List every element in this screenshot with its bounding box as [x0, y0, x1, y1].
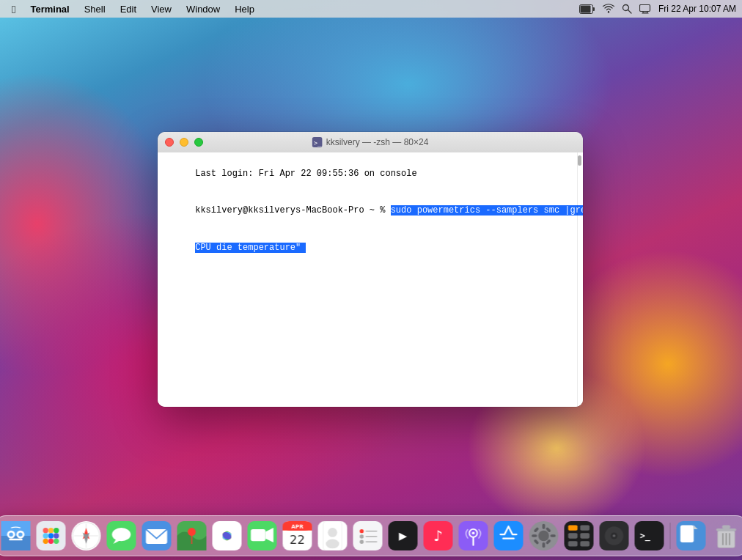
svg-text:>_: >_ [314, 139, 322, 147]
battery-icon[interactable] [579, 4, 595, 14]
svg-point-25 [54, 533, 59, 538]
svg-rect-18 [9, 539, 22, 541]
maximize-button[interactable] [194, 138, 203, 147]
dock-facetime[interactable] [246, 520, 279, 552]
svg-line-5 [628, 10, 631, 14]
scrollbar-track [577, 152, 583, 407]
svg-point-21 [48, 528, 54, 533]
svg-rect-82 [543, 542, 546, 548]
svg-point-66 [360, 534, 364, 538]
dock-calendar[interactable]: APR 22 [282, 520, 314, 552]
svg-rect-110 [722, 525, 730, 528]
svg-rect-91 [580, 525, 589, 530]
terminal-title-text: kksilvery — -zsh — 80×24 [326, 137, 429, 147]
dock-calculator[interactable] [563, 520, 595, 552]
svg-point-68 [360, 539, 364, 543]
svg-point-76 [472, 532, 475, 535]
svg-rect-84 [551, 534, 556, 537]
svg-rect-6 [639, 4, 650, 11]
menu-window[interactable]: Window [180, 2, 226, 16]
svg-rect-12 [1, 536, 31, 550]
svg-point-20 [43, 528, 48, 533]
dock-mail[interactable] [141, 520, 173, 552]
svg-point-23 [43, 533, 48, 538]
dock-trash[interactable] [710, 520, 743, 552]
dock: APR 22 ▶ ♪ [0, 515, 742, 556]
svg-point-24 [48, 533, 54, 538]
svg-point-3 [608, 11, 609, 12]
dock-appletv[interactable]: ▶ [387, 520, 419, 552]
dock-maps[interactable] [176, 520, 208, 552]
screen-mirror-icon[interactable] [639, 4, 651, 14]
svg-rect-95 [580, 541, 589, 546]
terminal-line-1: Last login: Fri Apr 22 09:55:36 on conso… [164, 155, 577, 192]
svg-point-64 [360, 529, 364, 533]
svg-point-27 [48, 539, 54, 544]
svg-point-99 [613, 534, 616, 537]
svg-rect-78 [494, 521, 524, 550]
dock-podcasts[interactable] [458, 520, 490, 552]
terminal-title: >_ kksilvery — -zsh — 80×24 [312, 137, 429, 147]
menu-shell[interactable]: Shell [78, 2, 111, 16]
svg-rect-1 [592, 7, 595, 11]
apple-menu[interactable]:  [6, 1, 21, 17]
svg-rect-109 [716, 528, 736, 531]
dock-launchpad[interactable] [35, 520, 67, 552]
dock-downloads[interactable] [675, 520, 708, 552]
dock-appstore[interactable] [493, 520, 525, 552]
datetime[interactable]: Fri 22 Apr 10:07 AM [658, 4, 736, 14]
menu-view[interactable]: View [145, 2, 177, 16]
terminal-window: >_ kksilvery — -zsh — 80×24 Last login: … [158, 132, 583, 407]
terminal-body[interactable]: Last login: Fri Apr 22 09:55:36 on conso… [158, 152, 583, 407]
menubar:  Terminal Shell Edit View Window Help [0, 0, 742, 18]
svg-rect-90 [568, 525, 578, 530]
dock-separator [670, 523, 671, 549]
menu-edit[interactable]: Edit [114, 2, 142, 16]
dock-dvdplayer[interactable] [598, 520, 631, 552]
minimize-button[interactable] [180, 138, 188, 147]
terminal-command-highlighted: sudo powermetrics --samplers smc |grep -… [391, 205, 583, 215]
svg-point-22 [54, 528, 59, 533]
search-icon[interactable] [622, 4, 632, 14]
terminal-titlebar: >_ kksilvery — -zsh — 80×24 [158, 132, 583, 152]
svg-rect-74 [459, 521, 488, 550]
svg-point-37 [112, 528, 131, 541]
svg-text:▶: ▶ [399, 530, 408, 542]
svg-text:>_: >_ [640, 531, 651, 542]
dock-safari[interactable] [70, 520, 103, 552]
svg-point-16 [9, 532, 12, 536]
svg-point-28 [54, 539, 59, 544]
svg-rect-63 [353, 521, 383, 550]
svg-rect-52 [251, 529, 265, 541]
menu-help[interactable]: Help [229, 2, 260, 16]
dock-systemprefs[interactable] [528, 520, 560, 552]
dock-music[interactable]: ♪ [422, 520, 455, 552]
terminal-prompt: kksilvery@kksilverys-MacBook-Pro ~ % [195, 205, 390, 215]
svg-rect-92 [568, 533, 578, 538]
dock-messages[interactable] [106, 520, 138, 552]
svg-rect-103 [680, 525, 694, 542]
svg-rect-93 [580, 533, 589, 538]
svg-point-61 [328, 528, 337, 537]
close-button[interactable] [165, 138, 174, 147]
terminal-title-icon: >_ [312, 137, 323, 147]
svg-text:APR: APR [291, 523, 304, 530]
dock-finder[interactable] [0, 520, 32, 552]
terminal-command-continued: CPU die temperature" [195, 243, 301, 253]
svg-point-62 [326, 539, 339, 549]
dock-photos[interactable] [211, 520, 243, 552]
dock-terminal[interactable]: >_ [633, 520, 666, 552]
svg-text:♪: ♪ [433, 527, 443, 545]
svg-point-17 [18, 532, 22, 536]
wifi-icon[interactable] [603, 4, 614, 14]
svg-rect-83 [532, 534, 537, 537]
svg-point-43 [188, 528, 196, 536]
svg-point-26 [43, 539, 48, 544]
dock-contacts[interactable] [317, 520, 349, 552]
menubar-right: Fri 22 Apr 10:07 AM [579, 4, 736, 14]
app-name[interactable]: Terminal [24, 2, 75, 16]
dock-reminders[interactable] [352, 520, 384, 552]
svg-rect-81 [543, 524, 546, 529]
svg-text:22: 22 [290, 533, 305, 547]
svg-point-80 [538, 531, 549, 542]
